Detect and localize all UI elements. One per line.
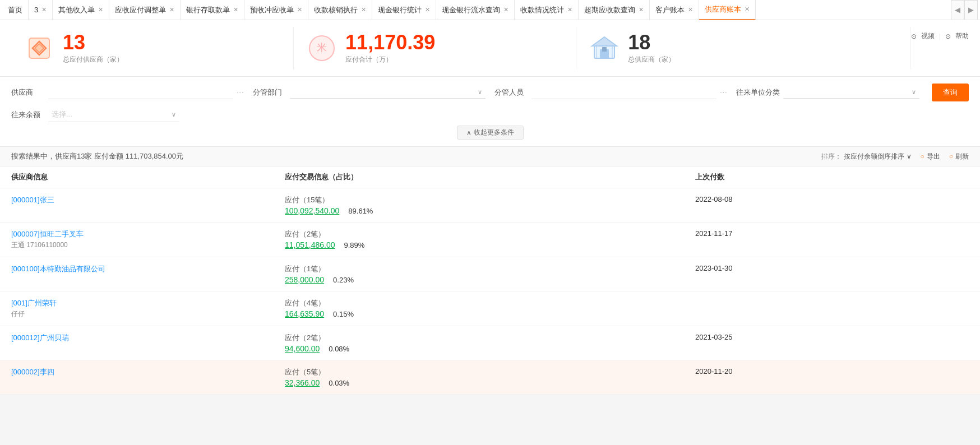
video-link[interactable]: 视频 — [921, 31, 935, 41]
close-icon-supplier-ledger[interactable]: ✕ — [745, 6, 750, 13]
category-select[interactable]: ∨ — [783, 86, 919, 99]
collapse-button[interactable]: ∧ 收起更多条件 — [457, 126, 524, 140]
trans-amount-5[interactable]: 32,366.00 — [285, 378, 320, 387]
stat-num-payable-total: 11,170.39 — [345, 33, 435, 53]
nav-item-collection-exec[interactable]: 收款核销执行 ✕ — [308, 0, 372, 20]
trans-row-0: 100,092,540.00 89.61% — [285, 206, 695, 215]
trans-row-3: 164,635.90 0.15% — [285, 309, 695, 318]
trans-amount-1[interactable]: 11,051,486.00 — [285, 240, 335, 249]
table-row: [000007]恒旺二手叉车 王通 17106110000 应付（2笔） 11,… — [0, 222, 980, 257]
nav-item-home[interactable]: 首页 — [2, 0, 29, 20]
close-icon-cash-bank-flow[interactable]: ✕ — [503, 6, 509, 13]
trans-label-0: 应付（15笔） — [285, 195, 695, 205]
nav-scroll-left[interactable]: ◀ — [951, 0, 964, 20]
trans-row-2: 258,000.00 0.23% — [285, 275, 695, 284]
stats-row: 13 总应付供应商（家） 米 11,170.39 应付合计（万） — [0, 20, 980, 77]
nav-item-bank-deposit[interactable]: 银行存取款单 ✕ — [181, 0, 244, 20]
trans-row-1: 11,051,486.00 9.89% — [285, 240, 695, 249]
nav-bar: 首页 3 ✕ 其他收入单 ✕ 应收应付调整单 ✕ 银行存取款单 ✕ 预收冲应收单… — [0, 0, 980, 20]
nav-item-adjustment[interactable]: 应收应付调整单 ✕ — [109, 0, 181, 20]
supplier-link-4[interactable]: [000012]广州贝瑞 — [11, 333, 69, 342]
supplier-link-5[interactable]: [000002]李四 — [11, 368, 54, 376]
sort-value: 按应付余额倒序排序 — [844, 152, 904, 161]
transaction-info-3: 应付（4笔） 164,635.90 0.15% — [285, 298, 695, 318]
nav-item-other-income[interactable]: 其他收入单 ✕ — [53, 0, 109, 20]
filter-category-label: 往来单位分类 — [736, 87, 780, 98]
stat-num-payable-suppliers: 13 — [63, 33, 123, 53]
svg-marker-6 — [592, 37, 617, 46]
supplier-link-1[interactable]: [000007]恒旺二手叉车 — [11, 230, 84, 238]
last-pay-2: 2023-01-30 — [695, 264, 969, 272]
nav-item-cash-bank-flow[interactable]: 现金银行流水查询 ✕ — [436, 0, 515, 20]
close-icon-collection-exec[interactable]: ✕ — [361, 6, 366, 13]
nav-item-overdue-query[interactable]: 超期应收款查询 ✕ — [579, 0, 650, 20]
category-dropdown-icon[interactable]: ∨ — [912, 89, 916, 96]
sort-select[interactable]: 排序： 按应付余额倒序排序 ∨ — [821, 152, 912, 161]
close-icon-overdue-query[interactable]: ✕ — [639, 6, 644, 13]
nav-label-cash-bank-flow: 现金银行流水查询 — [442, 5, 500, 15]
collapse-label: 收起更多条件 — [474, 128, 514, 137]
close-icon-prepaid-receipt[interactable]: ✕ — [297, 6, 302, 13]
sort-label: 排序： — [821, 152, 842, 161]
nav-scroll-right[interactable]: ▶ — [964, 0, 978, 20]
close-icon-customer-ledger[interactable]: ✕ — [688, 6, 693, 13]
table-header: 供应商信息 应付交易信息（占比） 上次付数 — [0, 166, 980, 188]
close-icon-adjustment[interactable]: ✕ — [169, 6, 174, 13]
nav-item-3[interactable]: 3 ✕ — [29, 0, 53, 20]
top-right-links: ⊙ 视频 | ⊙ 帮助 — [911, 27, 969, 41]
filter-row-1: 供应商 ··· 分管部门 ∨ 分管人员 ··· 往来单位分类 ∨ 查询 — [11, 84, 969, 101]
dept-dropdown-icon[interactable]: ∨ — [478, 89, 482, 96]
supplier-info-0: [000001]张三 — [11, 195, 285, 206]
supplier-input[interactable] — [48, 86, 233, 99]
stat-info-payable-total: 11,170.39 应付合计（万） — [345, 33, 435, 64]
stat-label-total-suppliers: 总供应商（家） — [628, 55, 675, 64]
transaction-info-0: 应付（15笔） 100,092,540.00 89.61% — [285, 195, 695, 215]
last-pay-1: 2021-11-17 — [695, 229, 969, 238]
trans-label-4: 应付（2笔） — [285, 333, 695, 343]
trans-pct-2: 0.23% — [333, 276, 354, 284]
nav-label-other-income: 其他收入单 — [58, 5, 95, 15]
nav-item-prepaid-receipt[interactable]: 预收冲应收单 ✕ — [244, 0, 308, 20]
nav-label-adjustment: 应收应付调整单 — [115, 5, 166, 15]
search-button[interactable]: 查询 — [932, 84, 969, 101]
trans-amount-4[interactable]: 94,600.00 — [285, 344, 320, 353]
trans-amount-0[interactable]: 100,092,540.00 — [285, 206, 339, 215]
nav-item-supplier-ledger[interactable]: 供应商账本 ✕ — [699, 0, 756, 20]
close-icon-cash-bank-stats[interactable]: ✕ — [425, 6, 430, 13]
refresh-button[interactable]: ○ 刷新 — [949, 152, 969, 161]
nav-item-collection-stats[interactable]: 收款情况统计 ✕ — [515, 0, 579, 20]
balance-select[interactable]: 选择... ∨ — [48, 107, 179, 122]
stat-label-payable-total: 应付合计（万） — [345, 55, 435, 64]
close-icon-other-income[interactable]: ✕ — [98, 6, 103, 13]
trans-label-1: 应付（2笔） — [285, 229, 695, 239]
filter-category: 往来单位分类 ∨ 查询 — [736, 84, 969, 101]
close-icon-3[interactable]: ✕ — [41, 6, 47, 13]
supplier-dots-icon[interactable]: ··· — [237, 87, 244, 98]
dept-select[interactable]: ∨ — [290, 86, 486, 99]
trans-pct-1: 9.89% — [344, 241, 365, 249]
result-right-actions: 排序： 按应付余额倒序排序 ∨ ○ 导出 ○ 刷新 — [821, 152, 969, 161]
export-button[interactable]: ○ 导出 — [921, 152, 940, 161]
nav-label-prepaid-receipt: 预收冲应收单 — [250, 5, 294, 15]
diamond-icon — [22, 31, 56, 65]
trans-pct-3: 0.15% — [333, 310, 354, 318]
trans-amount-3[interactable]: 164,635.90 — [285, 309, 324, 318]
supplier-link-3[interactable]: [001]广州荣轩 — [11, 299, 57, 307]
nav-item-cash-bank-stats[interactable]: 现金银行统计 ✕ — [372, 0, 436, 20]
close-icon-collection-stats[interactable]: ✕ — [567, 6, 572, 13]
trans-pct-0: 89.61% — [348, 207, 373, 215]
nav-item-customer-ledger[interactable]: 客户账本 ✕ — [650, 0, 699, 20]
supplier-info-1: [000007]恒旺二手叉车 王通 17106110000 — [11, 229, 285, 250]
supplier-link-0[interactable]: [000001]张三 — [11, 196, 54, 204]
stat-card-payable-suppliers: 13 总应付供应商（家） — [11, 27, 294, 69]
filter-supplier: 供应商 ··· — [11, 86, 244, 99]
close-icon-bank-deposit[interactable]: ✕ — [233, 6, 238, 13]
supplier-link-2[interactable]: [000100]本特勤油品有限公司 — [11, 265, 105, 273]
person-dots-icon[interactable]: ··· — [720, 87, 727, 98]
person-input[interactable] — [531, 86, 716, 99]
help-link[interactable]: 帮助 — [955, 31, 969, 41]
svg-rect-8 — [602, 47, 607, 52]
trans-amount-2[interactable]: 258,000.00 — [285, 275, 324, 284]
stat-info-total-suppliers: 18 总供应商（家） — [628, 33, 675, 64]
balance-dropdown-icon[interactable]: ∨ — [172, 111, 176, 118]
